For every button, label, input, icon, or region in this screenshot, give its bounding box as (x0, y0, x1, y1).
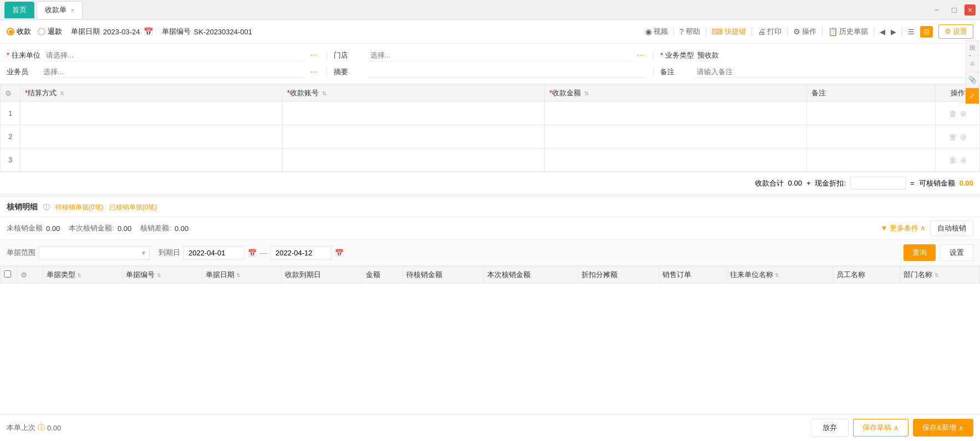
sort-date: ⇅ (236, 273, 241, 278)
cell-settle-1[interactable] (21, 102, 283, 125)
cell-remark-2[interactable] (807, 125, 936, 148)
search-settings-label: 设置 (950, 248, 964, 257)
discount-input[interactable] (850, 177, 906, 189)
cell-remark-3[interactable] (807, 148, 936, 172)
col-number-label: 单据编号 (126, 270, 155, 279)
action-form-view[interactable]: ⊟ (920, 26, 933, 38)
row-delete-icon-3[interactable]: 🗑 (949, 156, 957, 165)
tab-receipt[interactable]: 收款单 × (37, 1, 83, 19)
cell-remark-1[interactable] (807, 102, 936, 125)
cell-settle-3[interactable] (21, 148, 283, 172)
col-counterpart-label: 往来单位名称 (730, 270, 773, 279)
cell-settle-2[interactable] (21, 125, 283, 148)
action-shortcut[interactable]: ⌨ 快捷键 (712, 27, 746, 37)
salesman-input[interactable] (41, 66, 304, 78)
select-all-checkbox[interactable] (4, 270, 11, 278)
date-calendar-icon[interactable]: 📅 (144, 27, 153, 36)
action-history[interactable]: 📋 历史单据 (828, 27, 868, 37)
col-remark-th: 备注 (807, 85, 936, 102)
radio-receipt[interactable]: 收款 (7, 27, 31, 37)
nav-next-icon: ▶ (891, 28, 896, 36)
cell-account-1[interactable] (283, 102, 545, 125)
row-copy-icon-1[interactable]: ⊕ (960, 109, 967, 118)
remark-input[interactable] (695, 66, 973, 78)
row-delete-icon-2[interactable]: 🗑 (949, 132, 957, 141)
range-select-wrapper (39, 246, 150, 260)
action-operate[interactable]: ⚙ 操作 (793, 27, 816, 37)
info-circle-icon: ⓘ (43, 203, 50, 212)
salesman-more-icon[interactable]: ··· (308, 67, 319, 77)
row-copy-icon-3[interactable]: ⊕ (960, 156, 967, 165)
tab-bar: 首页 收款单 × － □ × (0, 0, 980, 20)
summary-input[interactable] (368, 66, 647, 78)
close-button[interactable]: × (964, 4, 976, 16)
col-discount-th: 折扣分摊额 (578, 266, 659, 284)
radio-refund-label: 退款 (48, 27, 62, 37)
table-settings-icon[interactable]: ⚙ (5, 89, 12, 98)
cell-amount-3[interactable] (545, 148, 807, 172)
divider2 (706, 27, 706, 36)
right-panel-list-icon[interactable]: ≡ (966, 56, 979, 71)
action-print[interactable]: 🖨 打印 (758, 27, 782, 37)
col-discount-label: 折扣分摊额 (581, 270, 617, 279)
pending-badge[interactable]: 待核销单据(0笔) (55, 203, 104, 212)
counterpart-input[interactable] (44, 49, 305, 61)
save-new-button[interactable]: 保存&新增 ∧ (913, 419, 973, 437)
abandon-button[interactable]: 放弃 (811, 419, 849, 437)
cell-amount-2[interactable] (545, 125, 807, 148)
settings-button[interactable]: ⚙ 设置 (938, 24, 973, 39)
due-date-to[interactable] (270, 246, 331, 260)
done-badge[interactable]: 已核销单据(0笔) (109, 203, 157, 212)
col-pending-label: 待核销金额 (406, 270, 442, 279)
search-settings-button[interactable]: 设置 (940, 244, 973, 261)
row-copy-icon-2[interactable]: ⊕ (960, 132, 967, 141)
abandon-label: 放弃 (823, 423, 837, 432)
action-shortcut-label: 快捷键 (724, 27, 746, 37)
radio-refund[interactable]: 退款 (38, 27, 62, 37)
query-button[interactable]: 查询 (904, 244, 936, 261)
more-conditions-btn[interactable]: ▼ 更多条件 ∧ (880, 223, 926, 233)
auto-cancel-button[interactable]: 自动核销 (930, 221, 973, 236)
right-panel-expand-icon[interactable]: ⤢ (966, 88, 979, 104)
col-dept-label: 部门名称 (904, 270, 932, 279)
right-panel-table-icon[interactable]: ⊞ (966, 40, 979, 55)
save-draft-button[interactable]: 保存草稿 ∧ (853, 419, 908, 437)
uncanceled-value: 0.00 (46, 224, 60, 233)
counterpart-more-icon[interactable]: ··· (308, 50, 319, 60)
bottom-table-settings-icon[interactable]: ⚙ (21, 271, 27, 279)
cell-amount-1[interactable] (545, 102, 807, 125)
uncanceled-label: 未核销金额 (7, 223, 43, 233)
col-date-th: 单据日期 ⇅ (202, 266, 281, 284)
maximize-button[interactable]: □ (948, 4, 959, 16)
salesman-field: 业务员 ··· (7, 66, 320, 78)
this-cancel-value: 0.00 (118, 224, 131, 233)
due-calendar-from-icon[interactable]: 📅 (248, 249, 257, 257)
due-calendar-to-icon[interactable]: 📅 (335, 249, 344, 257)
action-help[interactable]: ? 帮助 (680, 27, 700, 37)
action-list-view[interactable]: ☰ (908, 28, 915, 36)
sep1 (326, 50, 327, 61)
right-panel: ⊞ ≡ 📎 ⤢ (966, 40, 980, 104)
diff-label: 核销差额: (140, 223, 171, 233)
bottom-info-label: 本单上次 (7, 423, 35, 433)
divider7 (902, 27, 902, 36)
col-settings-th: ⚙ (1, 85, 21, 102)
action-nav-prev[interactable]: ◀ (880, 28, 885, 36)
info-icon: ⓘ (38, 423, 45, 433)
store-more-icon[interactable]: ··· (635, 50, 646, 60)
cell-account-3[interactable] (283, 148, 545, 172)
minimize-button[interactable]: － (930, 4, 944, 16)
date-field: 单据日期 2023-03-24 📅 (71, 27, 153, 37)
col-check-th (1, 266, 17, 284)
range-select[interactable] (39, 246, 150, 260)
store-input[interactable] (368, 49, 631, 61)
right-panel-attach-icon[interactable]: 📎 (966, 72, 979, 88)
action-video[interactable]: ◉ 视频 (645, 27, 668, 37)
cell-account-2[interactable] (283, 125, 545, 148)
row-delete-icon-1[interactable]: 🗑 (949, 109, 957, 118)
tab-close-icon[interactable]: × (71, 7, 74, 13)
due-date-from[interactable] (183, 246, 244, 260)
tab-home[interactable]: 首页 (4, 2, 34, 18)
action-nav-next[interactable]: ▶ (891, 28, 896, 36)
col-employee-label: 员工名称 (836, 270, 865, 279)
